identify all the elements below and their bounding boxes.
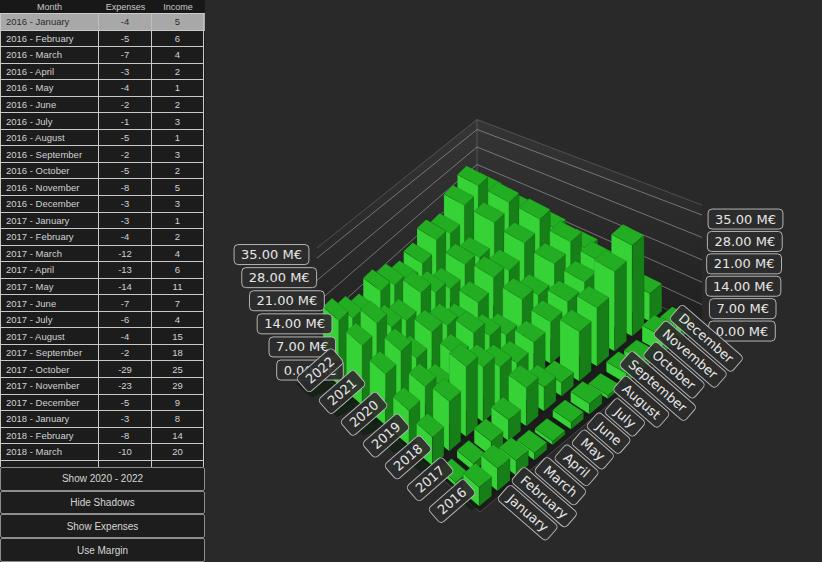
table-row[interactable]: 2016 - April-32 bbox=[0, 64, 205, 81]
table-row[interactable]: 2017 - July-64 bbox=[0, 312, 205, 329]
table-row[interactable]: 2017 - March-124 bbox=[0, 246, 205, 263]
value-axis-label-right: 14.00 M€ bbox=[706, 276, 781, 296]
income-cell: 2 bbox=[152, 97, 204, 114]
table-row[interactable]: 2017 - February-42 bbox=[0, 229, 205, 246]
table-body: 2016 - January-452016 - February-562016 … bbox=[0, 13, 205, 461]
income-cell: 5 bbox=[152, 14, 204, 31]
sidebar-buttons: Show 2020 - 2022Hide ShadowsShow Expense… bbox=[0, 467, 205, 562]
month-cell: 2017 - November bbox=[0, 378, 99, 395]
svg-text:14.00 M€: 14.00 M€ bbox=[264, 316, 325, 331]
expenses-cell: -14 bbox=[99, 279, 152, 296]
table-row[interactable]: 2017 - September-218 bbox=[0, 345, 205, 362]
svg-text:28.00 M€: 28.00 M€ bbox=[714, 234, 775, 249]
table-row[interactable]: 2016 - July-13 bbox=[0, 113, 205, 130]
income-cell: 8 bbox=[152, 411, 204, 428]
expenses-cell: -23 bbox=[99, 378, 152, 395]
income-cell: 7 bbox=[152, 295, 204, 312]
month-cell: 2016 - February bbox=[0, 31, 99, 48]
table-row[interactable]: 2016 - June-22 bbox=[0, 97, 205, 114]
table-row[interactable]: 2017 - December-59 bbox=[0, 395, 205, 412]
value-axis-label-right: 28.00 M€ bbox=[707, 231, 782, 251]
table-row[interactable]: 2016 - January-45 bbox=[0, 14, 205, 31]
table-row[interactable]: 2016 - November-85 bbox=[0, 179, 205, 196]
expenses-cell: -8 bbox=[99, 428, 152, 445]
month-cell: 2017 - December bbox=[0, 395, 99, 412]
income-cell: 18 bbox=[152, 345, 204, 362]
bar-face-right bbox=[449, 392, 461, 452]
month-cell: 2017 - October bbox=[0, 361, 99, 378]
month-cell: 2017 - July bbox=[0, 312, 99, 329]
month-cell: 2016 - December bbox=[0, 196, 99, 213]
chart-area: 0.00 M€7.00 M€14.00 M€21.00 M€28.00 M€35… bbox=[205, 0, 822, 562]
expenses-cell: -10 bbox=[99, 444, 152, 461]
expenses-cell: -13 bbox=[99, 262, 152, 279]
income-cell: 29 bbox=[152, 378, 204, 395]
table-row[interactable]: 2016 - August-51 bbox=[0, 130, 205, 147]
expenses-cell: -6 bbox=[99, 312, 152, 329]
income-cell: 4 bbox=[152, 246, 204, 263]
month-cell: 2017 - May bbox=[0, 279, 99, 296]
sidebar: Month Expenses Income 2016 - January-452… bbox=[0, 0, 205, 562]
show-years-button[interactable]: Show 2020 - 2022 bbox=[0, 467, 205, 491]
month-cell: 2016 - January bbox=[0, 14, 99, 31]
bar-face-right bbox=[632, 235, 644, 336]
expenses-cell: -3 bbox=[99, 64, 152, 81]
hide-shadows-button[interactable]: Hide Shadows bbox=[0, 491, 205, 515]
svg-text:7.00 M€: 7.00 M€ bbox=[716, 301, 769, 316]
expenses-cell: -12 bbox=[99, 246, 152, 263]
expenses-cell: -4 bbox=[99, 80, 152, 97]
table-row[interactable]: 2017 - January-31 bbox=[0, 213, 205, 230]
month-cell: 2017 - January bbox=[0, 213, 99, 230]
month-cell: 2017 - August bbox=[0, 328, 99, 345]
expenses-cell: -4 bbox=[99, 14, 152, 31]
table-row[interactable]: 2018 - February-814 bbox=[0, 428, 205, 445]
month-cell: 2016 - April bbox=[0, 64, 99, 81]
income-cell: 15 bbox=[152, 328, 204, 345]
month-cell: 2018 - March bbox=[0, 444, 99, 461]
expenses-cell: -7 bbox=[99, 47, 152, 64]
expenses-cell: -2 bbox=[99, 97, 152, 114]
app-window: Month Expenses Income 2016 - January-452… bbox=[0, 0, 822, 562]
expenses-cell: -29 bbox=[99, 361, 152, 378]
svg-text:35.00 M€: 35.00 M€ bbox=[241, 247, 302, 262]
use-margin-button[interactable]: Use Margin bbox=[0, 538, 205, 562]
income-cell: 1 bbox=[152, 80, 204, 97]
expenses-cell: -8 bbox=[99, 179, 152, 196]
income-cell: 1 bbox=[152, 130, 204, 147]
month-cell: 2017 - February bbox=[0, 229, 99, 246]
bar-face-right bbox=[597, 298, 609, 367]
value-axis-label-left: 21.00 M€ bbox=[249, 291, 324, 311]
table-row[interactable]: 2017 - April-136 bbox=[0, 262, 205, 279]
table-row[interactable]: 2018 - March-1020 bbox=[0, 444, 205, 461]
month-cell: 2016 - October bbox=[0, 163, 99, 180]
bars3d-chart[interactable]: 0.00 M€7.00 M€14.00 M€21.00 M€28.00 M€35… bbox=[205, 0, 822, 562]
table-row[interactable]: 2017 - October-2925 bbox=[0, 361, 205, 378]
expenses-cell: -2 bbox=[99, 345, 152, 362]
table-row[interactable]: 2016 - March-74 bbox=[0, 47, 205, 64]
month-cell: 2016 - May bbox=[0, 80, 99, 97]
table-row[interactable]: 2018 - January-38 bbox=[0, 411, 205, 428]
expenses-cell: -4 bbox=[99, 328, 152, 345]
expenses-cell: -5 bbox=[99, 31, 152, 48]
table-row[interactable]: 2017 - June-77 bbox=[0, 295, 205, 312]
month-cell: 2016 - June bbox=[0, 97, 99, 114]
income-cell: 3 bbox=[152, 113, 204, 130]
show-expenses-button[interactable]: Show Expenses bbox=[0, 514, 205, 538]
table-row[interactable]: 2016 - September-23 bbox=[0, 146, 205, 163]
month-cell: 2016 - November bbox=[0, 179, 99, 196]
expenses-cell: -2 bbox=[99, 146, 152, 163]
table-row[interactable]: 2016 - December-33 bbox=[0, 196, 205, 213]
expenses-cell: -7 bbox=[99, 295, 152, 312]
column-header-income: Income bbox=[152, 2, 204, 12]
income-cell: 2 bbox=[152, 229, 204, 246]
income-cell: 3 bbox=[152, 146, 204, 163]
month-cell: 2018 - January bbox=[0, 411, 99, 428]
table-row[interactable]: 2016 - October-52 bbox=[0, 163, 205, 180]
month-cell: 2017 - June bbox=[0, 295, 99, 312]
table-row[interactable]: 2017 - May-1411 bbox=[0, 279, 205, 296]
table-row[interactable]: 2016 - May-41 bbox=[0, 80, 205, 97]
table-row[interactable]: 2016 - February-56 bbox=[0, 31, 205, 48]
table-row[interactable]: 2017 - August-415 bbox=[0, 328, 205, 345]
expenses-cell: -5 bbox=[99, 163, 152, 180]
table-row[interactable]: 2017 - November-2329 bbox=[0, 378, 205, 395]
